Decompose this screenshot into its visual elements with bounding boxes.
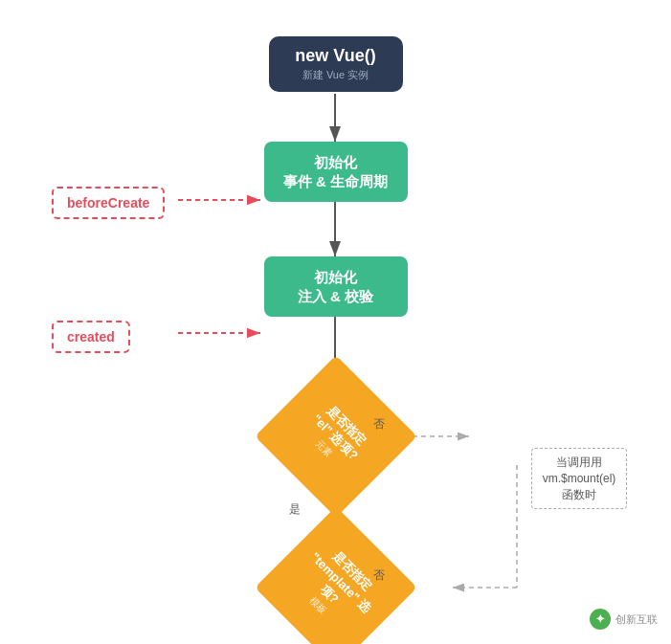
watermark: ✦ 创新互联	[590, 609, 658, 630]
diamond-el-label: 是否指定"el" 选项? 元素	[289, 390, 382, 483]
watermark-logo: ✦	[590, 609, 611, 630]
diagram-inner: new Vue() 新建 Vue 实例 初始化 事件 & 生命周期 before…	[0, 19, 671, 641]
vm-mount-note: 当调用用 vm.$mount(el) 函数时	[531, 448, 627, 509]
new-vue-node: new Vue() 新建 Vue 实例	[269, 36, 403, 92]
new-vue-main-text: new Vue()	[282, 46, 390, 66]
diamond-el-wrap: 是否指定"el" 选项? 元素	[279, 379, 393, 494]
init-inject-text: 初始化 注入 & 校验	[278, 268, 394, 305]
template-diamond-no-label: 否	[373, 567, 385, 584]
watermark-text: 创新互联	[615, 612, 658, 627]
diagram-container: new Vue() 新建 Vue 实例 初始化 事件 & 生命周期 before…	[0, 0, 671, 644]
el-diamond-no-label: 否	[373, 416, 385, 433]
el-diamond-yes-label: 是	[289, 501, 301, 518]
diamond-template-wrap: 是否指定"template" 选项? 模板	[279, 530, 393, 644]
diamond-template: 是否指定"template" 选项? 模板	[255, 506, 417, 644]
created-hook: created	[52, 321, 130, 353]
init-event-node: 初始化 事件 & 生命周期	[264, 142, 408, 202]
beforecreate-hook: beforeCreate	[52, 187, 165, 219]
diamond-template-label: 是否指定"template" 选项? 模板	[283, 536, 388, 640]
new-vue-sub-text: 新建 Vue 实例	[282, 68, 390, 82]
init-inject-node: 初始化 注入 & 校验	[264, 256, 408, 317]
init-event-text: 初始化 事件 & 生命周期	[278, 153, 394, 190]
diamond-el: 是否指定"el" 选项? 元素	[255, 355, 417, 518]
